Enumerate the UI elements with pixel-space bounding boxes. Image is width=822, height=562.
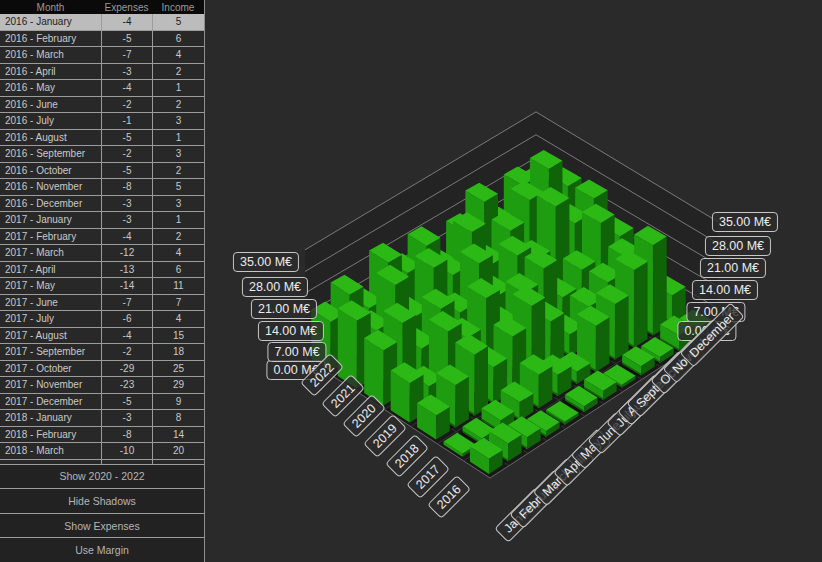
cell-month: 2016 - August xyxy=(0,130,101,146)
table-row[interactable]: 2017 - April-136 xyxy=(0,262,204,279)
cell-income: 8 xyxy=(152,410,204,426)
cell-income: 7 xyxy=(152,295,204,311)
cell-month: 2016 - February xyxy=(0,31,101,47)
column-header-month: Month xyxy=(0,0,101,14)
cell-expenses: -4 xyxy=(101,229,152,245)
cell-month: 2016 - November xyxy=(0,179,101,195)
table-row[interactable]: 2016 - November-85 xyxy=(0,179,204,196)
cell-month: 2017 - May xyxy=(0,278,101,294)
cell-month: 2017 - June xyxy=(0,295,101,311)
cell-expenses: -7 xyxy=(101,47,152,63)
cell-expenses: -5 xyxy=(101,163,152,179)
use-margin-button[interactable]: Use Margin xyxy=(0,538,204,562)
cell-month: 2016 - July xyxy=(0,113,101,129)
show-years-range-button[interactable]: Show 2020 - 2022 xyxy=(0,465,204,490)
table-row[interactable]: 2017 - July-64 xyxy=(0,311,204,328)
cell-income: 14 xyxy=(152,427,204,443)
table-row[interactable]: 2016 - April-32 xyxy=(0,64,204,81)
table-row[interactable]: 2016 - October-52 xyxy=(0,163,204,180)
table-row[interactable]: 2016 - September-23 xyxy=(0,146,204,163)
cell-expenses: -8 xyxy=(101,427,152,443)
cell-month: 2016 - April xyxy=(0,64,101,80)
bar-3d[interactable] xyxy=(596,317,610,372)
table-row[interactable]: 2016 - December-33 xyxy=(0,196,204,213)
table-row[interactable]: 2018 - February-814 xyxy=(0,427,204,444)
cell-expenses: -2 xyxy=(101,344,152,360)
table-row[interactable]: 2017 - November-2329 xyxy=(0,377,204,394)
bar-3d[interactable] xyxy=(634,261,648,347)
cell-income: 20 xyxy=(152,443,204,459)
table-row[interactable]: 2018 - March-1020 xyxy=(0,443,204,460)
show-expenses-button[interactable]: Show Expenses xyxy=(0,514,204,539)
3d-bar-chart[interactable]: 0.00 M€0.00 M€7.00 M€7.00 M€14.00 M€14.0… xyxy=(205,0,822,562)
table-row[interactable]: 2016 - January-45 xyxy=(0,14,204,31)
cell-month: 2016 - December xyxy=(0,196,101,212)
panel-buttons: Show 2020 - 2022 Hide Shadows Show Expen… xyxy=(0,465,204,562)
cell-expenses: -5 xyxy=(101,394,152,410)
data-table-panel: Month Expenses Income 2016 - January-452… xyxy=(0,0,205,562)
table-row[interactable]: 2016 - August-51 xyxy=(0,130,204,147)
cell-month: 2018 - February xyxy=(0,427,101,443)
cell-expenses: -1 xyxy=(101,113,152,129)
bar-3d[interactable] xyxy=(338,308,357,388)
cell-month: 2017 - July xyxy=(0,311,101,327)
cell-month: 2016 - September xyxy=(0,146,101,162)
cell-month: 2016 - January xyxy=(0,14,101,30)
table-row[interactable]: 2017 - June-77 xyxy=(0,295,204,312)
cell-month: 2017 - March xyxy=(0,245,101,261)
table-row[interactable]: 2017 - January-31 xyxy=(0,212,204,229)
cell-month: 2016 - March xyxy=(0,47,101,63)
cell-expenses: -5 xyxy=(101,130,152,146)
cell-income: 3 xyxy=(152,196,204,212)
table-row[interactable]: 2016 - June-22 xyxy=(0,97,204,114)
table-row[interactable]: 2016 - July-13 xyxy=(0,113,204,130)
table-row[interactable]: 2016 - March-74 xyxy=(0,47,204,64)
cell-month: 2018 - March xyxy=(0,443,101,459)
column-header-expenses: Expenses xyxy=(101,0,152,14)
cell-month: 2017 - December xyxy=(0,394,101,410)
cell-expenses: -7 xyxy=(101,295,152,311)
bar-3d[interactable] xyxy=(474,346,488,416)
cell-month: 2017 - January xyxy=(0,212,101,228)
hide-shadows-button[interactable]: Hide Shadows xyxy=(0,489,204,514)
bar-3d[interactable] xyxy=(615,295,629,359)
cell-income: 9 xyxy=(152,394,204,410)
cell-income: 2 xyxy=(152,97,204,113)
table-row[interactable]: 2017 - May-1411 xyxy=(0,278,204,295)
cell-month: 2017 - April xyxy=(0,262,101,278)
cell-income: 1 xyxy=(152,130,204,146)
cell-income: 3 xyxy=(152,146,204,162)
table-row[interactable]: 2017 - February-42 xyxy=(0,229,204,246)
table-row[interactable]: 2017 - March-124 xyxy=(0,245,204,262)
cell-income: 29 xyxy=(152,377,204,393)
cell-expenses: -13 xyxy=(101,262,152,278)
cell-income: 1 xyxy=(152,212,204,228)
table-row[interactable]: 2017 - October-2925 xyxy=(0,361,204,378)
app-window: Month Expenses Income 2016 - January-452… xyxy=(0,0,822,562)
table-row[interactable]: 2017 - September-218 xyxy=(0,344,204,361)
bar-3d[interactable] xyxy=(653,237,667,336)
cell-expenses: -14 xyxy=(101,278,152,294)
cell-expenses: -3 xyxy=(101,212,152,228)
table-row[interactable]: 2017 - August-415 xyxy=(0,328,204,345)
table-row[interactable]: 2016 - February-56 xyxy=(0,31,204,48)
cell-expenses: -2 xyxy=(101,146,152,162)
cell-income: 2 xyxy=(152,229,204,245)
cell-month: 2016 - October xyxy=(0,163,101,179)
cell-expenses: -4 xyxy=(101,14,152,30)
table-row[interactable]: 2017 - December-59 xyxy=(0,394,204,411)
table-row[interactable]: 2018 - January-38 xyxy=(0,410,204,427)
cell-expenses: -10 xyxy=(101,443,152,459)
cell-expenses: -2 xyxy=(101,97,152,113)
cell-month: 2018 - January xyxy=(0,410,101,426)
cell-expenses: -8 xyxy=(101,179,152,195)
3d-bar-chart-scene[interactable] xyxy=(205,0,822,562)
cell-income: 5 xyxy=(152,179,204,195)
cell-month: 2017 - October xyxy=(0,361,101,377)
bar-3d[interactable] xyxy=(455,377,469,428)
cell-income: 15 xyxy=(152,328,204,344)
table-row[interactable]: 2016 - May-41 xyxy=(0,80,204,97)
cell-income: 18 xyxy=(152,344,204,360)
cell-income: 1 xyxy=(152,80,204,96)
cell-month: 2016 - June xyxy=(0,97,101,113)
